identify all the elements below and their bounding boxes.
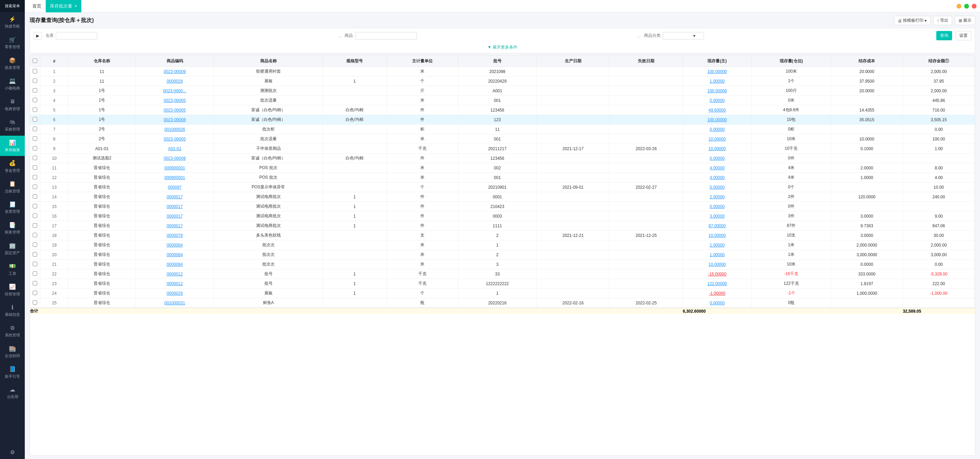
- row-qty-main[interactable]: 0.00000: [682, 154, 751, 163]
- row-code[interactable]: 0023-0000...: [135, 86, 214, 96]
- row-code[interactable]: 0000012: [135, 269, 214, 279]
- row-checkbox[interactable]: [33, 78, 37, 83]
- sidebar-item-general[interactable]: 📋 总账管理: [0, 177, 25, 197]
- row-qty-main[interactable]: 0.00000: [682, 125, 751, 134]
- row-checkbox[interactable]: [30, 288, 40, 298]
- expand-display-button[interactable]: ⊞ 展示: [955, 16, 975, 25]
- row-qty-main[interactable]: 0.00000: [682, 96, 751, 105]
- row-qty-main[interactable]: 122.00000: [682, 279, 751, 288]
- close-tab-icon[interactable]: ✕: [74, 4, 77, 8]
- sidebar-item-cloud[interactable]: ☁ 云应用: [0, 382, 25, 403]
- row-qty-main[interactable]: 3.00000: [682, 212, 751, 221]
- row-checkbox[interactable]: [30, 96, 40, 105]
- row-qty-main[interactable]: 87.00000: [682, 221, 751, 231]
- sidebar-item-salary[interactable]: 💵 工资: [0, 259, 25, 280]
- row-code[interactable]: 0000012: [135, 279, 214, 288]
- row-checkbox[interactable]: [33, 214, 37, 218]
- row-checkbox[interactable]: [30, 240, 40, 250]
- minimize-button[interactable]: [956, 4, 961, 9]
- row-qty-main[interactable]: 1.00000: [682, 250, 751, 260]
- warehouse-input[interactable]: [56, 32, 97, 40]
- row-qty-main[interactable]: 49.60000: [682, 105, 751, 115]
- row-qty-main[interactable]: 1.00000: [682, 240, 751, 250]
- row-checkbox[interactable]: [33, 98, 37, 102]
- row-code[interactable]: 0000017: [135, 192, 214, 202]
- sidebar-settings[interactable]: ⚙: [0, 446, 25, 459]
- table-container[interactable]: # 仓库名称 商品编码 商品名称 规格型号 主计量单位 批号 生产日期 失效日期…: [30, 56, 975, 456]
- tab-home[interactable]: 首页: [28, 0, 46, 13]
- sidebar-item-quick-nav[interactable]: ⚡ 快捷导航: [0, 12, 25, 33]
- row-qty-main[interactable]: 10.00000: [682, 144, 751, 154]
- row-checkbox[interactable]: [33, 252, 37, 257]
- row-code[interactable]: 0000078: [135, 231, 214, 240]
- row-checkbox[interactable]: [30, 105, 40, 115]
- sidebar-item-system[interactable]: ⚙ 系统管理: [0, 321, 25, 341]
- row-qty-main[interactable]: 100.00000: [682, 67, 751, 76]
- row-code[interactable]: 0000017: [135, 202, 214, 212]
- sidebar-item-operation[interactable]: 📈 经营管理: [0, 280, 25, 300]
- sidebar-item-tax[interactable]: 📑 税务管理: [0, 218, 25, 239]
- row-checkbox[interactable]: [30, 212, 40, 221]
- row-checkbox[interactable]: [33, 223, 37, 228]
- row-qty-main[interactable]: 0.00000: [682, 202, 751, 212]
- sidebar-item-inventory[interactable]: 📊 库存核算: [0, 135, 25, 156]
- row-checkbox[interactable]: [33, 146, 37, 150]
- row-checkbox[interactable]: [30, 134, 40, 144]
- row-checkbox[interactable]: [33, 88, 37, 92]
- row-code[interactable]: 0000084: [135, 250, 214, 260]
- row-qty-main[interactable]: 10.00000: [682, 134, 751, 144]
- row-checkbox[interactable]: [30, 231, 40, 240]
- tab-inventory-batch[interactable]: 库存批次量 ✕: [46, 0, 81, 13]
- row-checkbox[interactable]: [30, 144, 40, 154]
- row-code[interactable]: 0023-00005: [135, 96, 214, 105]
- row-checkbox[interactable]: [33, 291, 37, 295]
- filter-expand-arrow[interactable]: ▶: [33, 32, 42, 40]
- row-checkbox[interactable]: [30, 221, 40, 231]
- row-checkbox[interactable]: [30, 192, 40, 202]
- row-code[interactable]: 0023-00005: [135, 105, 214, 115]
- row-checkbox[interactable]: [30, 125, 40, 134]
- row-checkbox[interactable]: [30, 260, 40, 269]
- row-qty-main[interactable]: -1.00000: [682, 288, 751, 298]
- search-button[interactable]: 查询: [936, 31, 952, 40]
- row-checkbox[interactable]: [33, 185, 37, 189]
- row-qty-main[interactable]: -16.00000: [682, 269, 751, 279]
- row-code[interactable]: A01-01: [135, 144, 214, 154]
- row-checkbox[interactable]: [30, 202, 40, 212]
- row-code[interactable]: 0023-00009: [135, 67, 214, 76]
- row-checkbox[interactable]: [30, 298, 40, 308]
- row-checkbox[interactable]: [30, 163, 40, 173]
- row-qty-main[interactable]: 0.00000: [682, 298, 751, 308]
- sidebar-item-corp[interactable]: 🏬 企业协同: [0, 341, 25, 362]
- row-code[interactable]: 0000029: [135, 76, 214, 86]
- export-button[interactable]: ↑ 导出: [933, 16, 952, 25]
- product-input[interactable]: [355, 32, 417, 40]
- sidebar-item-wholesale[interactable]: 📦 批发管理: [0, 53, 25, 74]
- row-code[interactable]: 000097: [135, 183, 214, 192]
- row-qty-main[interactable]: 10.00000: [682, 231, 751, 240]
- select-all-checkbox[interactable]: [33, 59, 37, 63]
- row-checkbox[interactable]: [33, 127, 37, 131]
- sidebar-item-purchase[interactable]: 🛍 采购管理: [0, 115, 25, 135]
- sidebar-item-basic[interactable]: ℹ 基础信息: [0, 300, 25, 321]
- row-qty-main[interactable]: 100.00000: [682, 86, 751, 96]
- row-checkbox[interactable]: [30, 86, 40, 96]
- row-code[interactable]: 0000084: [135, 240, 214, 250]
- row-checkbox[interactable]: [33, 117, 37, 121]
- row-code[interactable]: 0023-00005: [135, 134, 214, 144]
- row-qty-main[interactable]: 4.00000: [682, 173, 751, 183]
- row-qty-main[interactable]: 2.00000: [682, 192, 751, 202]
- row-qty-main[interactable]: 100.00000: [682, 115, 751, 125]
- row-code[interactable]: 0023-00008: [135, 115, 214, 125]
- sidebar-item-newguide[interactable]: 📘 新手引导: [0, 362, 25, 382]
- setting-button[interactable]: 设置: [956, 31, 971, 40]
- row-code[interactable]: 0000017: [135, 221, 214, 231]
- row-code[interactable]: 000900001: [135, 163, 214, 173]
- row-code[interactable]: 0023-00008: [135, 154, 214, 163]
- row-checkbox[interactable]: [33, 165, 37, 170]
- sidebar-item-retail[interactable]: 🛒 零售管理: [0, 33, 25, 53]
- row-code[interactable]: 0000017: [135, 212, 214, 221]
- sidebar-item-small-ecom[interactable]: 💻 小额电商: [0, 74, 25, 94]
- row-checkbox[interactable]: [33, 69, 37, 73]
- row-checkbox[interactable]: [30, 279, 40, 288]
